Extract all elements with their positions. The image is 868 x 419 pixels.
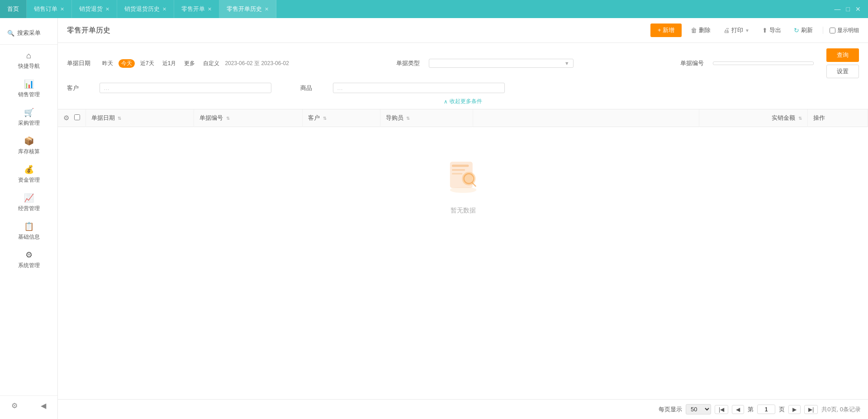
type-filter-select[interactable]: ▼ bbox=[429, 59, 574, 68]
last-page-btn[interactable]: ▶| bbox=[804, 405, 818, 414]
customer-filter-input[interactable]: … bbox=[100, 83, 271, 93]
print-icon: 🖨 bbox=[723, 27, 730, 34]
prev-page-btn[interactable]: ◀ bbox=[732, 405, 744, 414]
tab-retail-history-close[interactable]: ✕ bbox=[265, 6, 269, 12]
settings-button[interactable]: 设置 bbox=[826, 65, 859, 78]
tab-return-label: 销货退货 bbox=[79, 5, 103, 13]
tab-sales-order-close[interactable]: ✕ bbox=[60, 6, 64, 12]
system-icon: ⚙ bbox=[25, 250, 33, 260]
print-dropdown-icon[interactable]: ▼ bbox=[745, 28, 749, 33]
goods-filter-input[interactable]: … bbox=[333, 83, 505, 93]
quick-nav-icon: ⌂ bbox=[26, 51, 31, 61]
th-customer-sort[interactable]: ⇅ bbox=[323, 116, 327, 121]
print-button[interactable]: 🖨 打印 ▼ bbox=[720, 24, 753, 36]
th-guide: 导购员 ⇅ bbox=[380, 109, 473, 127]
number-filter-input[interactable] bbox=[713, 61, 814, 65]
select-all-checkbox[interactable] bbox=[74, 114, 80, 120]
type-filter-label: 单据类型 bbox=[396, 59, 422, 67]
window-controls: — □ ✕ bbox=[827, 5, 868, 13]
sidebar-search-label: 搜索采单 bbox=[17, 29, 41, 37]
sidebar-bottom: ⚙ ◀ bbox=[0, 395, 57, 415]
settings-col-icon[interactable]: ⚙ bbox=[63, 114, 69, 122]
empty-state: 暂无数据 bbox=[58, 127, 868, 242]
sidebar-item-system[interactable]: ⚙ 系统管理 bbox=[0, 245, 57, 274]
th-amount-sort[interactable]: ⇅ bbox=[798, 116, 802, 121]
tab-return-close[interactable]: ✕ bbox=[105, 6, 109, 12]
first-page-btn[interactable]: |◀ bbox=[715, 405, 728, 414]
date-btn-custom[interactable]: 自定义 bbox=[200, 59, 222, 68]
th-actions-label: 操作 bbox=[813, 114, 825, 121]
empty-icon bbox=[441, 154, 486, 199]
display-checkbox[interactable] bbox=[830, 28, 835, 33]
main-layout: 🔍 搜索采单 ⌂ 快捷导航 📊 销售管理 🛒 采购管理 📦 库存核算 💰 资金管… bbox=[0, 18, 868, 419]
sidebar-item-purchase[interactable]: 🛒 采购管理 bbox=[0, 103, 57, 132]
top-nav: 首页 销售订单 ✕ 销货退货 ✕ 销货退货历史 ✕ 零售开单 ✕ 零售开单历史 … bbox=[0, 0, 868, 18]
page-header: 零售开单历史 + 新增 🗑 删除 🖨 打印 ▼ ⬆ 导出 ↻ bbox=[58, 18, 868, 43]
export-label: 导出 bbox=[769, 26, 781, 34]
date-btn-7days[interactable]: 近7天 bbox=[138, 59, 157, 68]
maximize-btn[interactable]: □ bbox=[846, 5, 850, 13]
type-dropdown-icon: ▼ bbox=[564, 61, 569, 66]
sidebar-item-finance-label: 资金管理 bbox=[18, 176, 40, 184]
export-button[interactable]: ⬆ 导出 bbox=[759, 24, 785, 36]
filter-collapse-btn[interactable]: ∧ 收起更多条件 bbox=[67, 98, 859, 105]
sidebar-item-system-label: 系统管理 bbox=[18, 262, 40, 269]
page-total: 共0页, 0条记录 bbox=[821, 405, 861, 414]
inventory-icon: 📦 bbox=[24, 136, 34, 146]
tab-return-history-close[interactable]: ✕ bbox=[162, 6, 166, 12]
search-button[interactable]: 查询 bbox=[826, 48, 859, 62]
next-page-btn[interactable]: ▶ bbox=[788, 405, 801, 414]
page-input[interactable] bbox=[757, 405, 775, 414]
tab-sales-order[interactable]: 销售订单 ✕ bbox=[27, 0, 72, 18]
svg-line-7 bbox=[472, 183, 476, 186]
per-page-select[interactable]: 50 100 200 bbox=[686, 404, 711, 414]
minimize-btn[interactable]: — bbox=[835, 5, 841, 13]
tab-retail-history[interactable]: 零售开单历史 ✕ bbox=[219, 0, 276, 18]
tab-home[interactable]: 首页 bbox=[0, 0, 27, 18]
sidebar-item-quick-nav[interactable]: ⌂ 快捷导航 bbox=[0, 47, 57, 75]
sidebar-item-sales[interactable]: 📊 销售管理 bbox=[0, 75, 57, 103]
table-area: ⚙ 单据日期 ⇅ 单据编号 ⇅ bbox=[58, 109, 868, 419]
refresh-button[interactable]: ↻ 刷新 bbox=[790, 24, 816, 36]
th-actions: 操作 bbox=[807, 109, 868, 127]
sidebar-search[interactable]: 🔍 搜索采单 bbox=[0, 25, 57, 41]
th-guide-label: 导购员 bbox=[386, 114, 403, 121]
th-date-sort[interactable]: ⇅ bbox=[118, 116, 121, 121]
tab-retail-close[interactable]: ✕ bbox=[208, 6, 212, 12]
svg-rect-4 bbox=[452, 173, 462, 174]
search-icon: 🔍 bbox=[7, 30, 14, 37]
content-area: 零售开单历史 + 新增 🗑 删除 🖨 打印 ▼ ⬆ 导出 ↻ bbox=[58, 18, 868, 419]
display-toggle[interactable]: 显示明细 bbox=[830, 27, 859, 34]
date-btn-today[interactable]: 今天 bbox=[119, 59, 135, 68]
th-customer: 客户 ⇅ bbox=[302, 109, 380, 127]
date-btn-1month[interactable]: 近1月 bbox=[160, 59, 179, 68]
th-number: 单据编号 ⇅ bbox=[194, 109, 303, 127]
date-filter-btns: 昨天 今天 近7天 近1月 更多 自定义 2023-06-02 至 2023-0… bbox=[100, 59, 289, 68]
settings-bottom-btn[interactable]: ⚙ bbox=[8, 400, 21, 412]
tab-return-history[interactable]: 销货退货历史 ✕ bbox=[117, 0, 174, 18]
sidebar-item-basic-info[interactable]: 📋 基础信息 bbox=[0, 217, 57, 245]
th-customer-label: 客户 bbox=[308, 114, 320, 121]
delete-label: 删除 bbox=[699, 26, 711, 34]
collapse-sidebar-btn[interactable]: ◀ bbox=[37, 400, 50, 412]
print-label: 打印 bbox=[731, 26, 743, 34]
tab-return-history-label: 销货退货历史 bbox=[124, 5, 160, 13]
th-guide-sort[interactable]: ⇅ bbox=[406, 116, 410, 121]
collapse-icon: ∧ bbox=[444, 99, 448, 105]
close-btn[interactable]: ✕ bbox=[855, 5, 861, 13]
delete-button[interactable]: 🗑 删除 bbox=[687, 24, 714, 36]
th-number-sort[interactable]: ⇅ bbox=[226, 116, 230, 121]
add-button[interactable]: + 新增 bbox=[650, 24, 682, 37]
tab-retail[interactable]: 零售开单 ✕ bbox=[174, 0, 219, 18]
sidebar-item-finance[interactable]: 💰 资金管理 bbox=[0, 160, 57, 188]
tab-return[interactable]: 销货退货 ✕ bbox=[72, 0, 117, 18]
sidebar-item-operations[interactable]: 📈 经营管理 bbox=[0, 188, 57, 217]
filter-row-2: 客户 … 商品 … bbox=[67, 83, 859, 93]
page-actions: + 新增 🗑 删除 🖨 打印 ▼ ⬆ 导出 ↻ 刷新 bbox=[650, 24, 859, 37]
refresh-icon: ↻ bbox=[794, 27, 799, 34]
sidebar-item-basic-info-label: 基础信息 bbox=[18, 233, 40, 241]
sidebar: 🔍 搜索采单 ⌂ 快捷导航 📊 销售管理 🛒 采购管理 📦 库存核算 💰 资金管… bbox=[0, 18, 58, 419]
date-btn-more[interactable]: 更多 bbox=[181, 59, 198, 68]
date-btn-yesterday[interactable]: 昨天 bbox=[100, 59, 116, 68]
sidebar-item-inventory[interactable]: 📦 库存核算 bbox=[0, 132, 57, 160]
